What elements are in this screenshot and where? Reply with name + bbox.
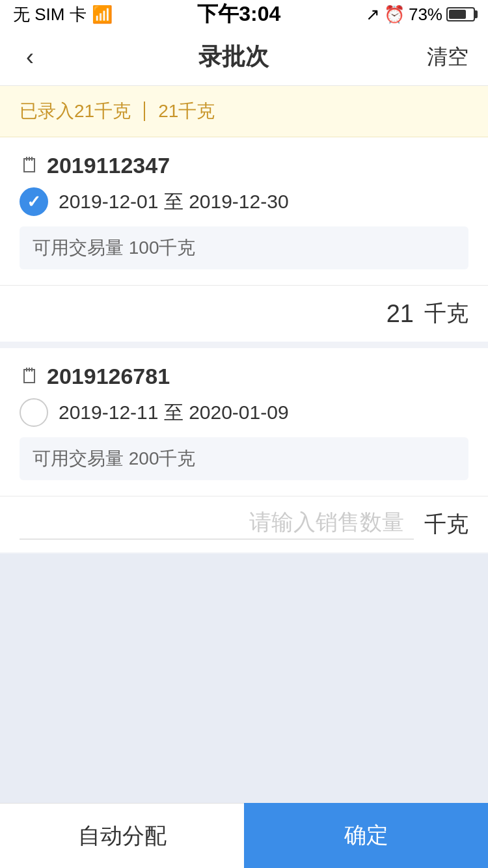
wifi-icon: 📶	[92, 5, 113, 25]
status-time: 下午3:04	[197, 0, 280, 29]
location-icon: ↗	[366, 5, 380, 25]
batch-1-number: 2019112347	[47, 153, 170, 178]
no-sim-label: 无 SIM 卡	[13, 3, 87, 26]
batch-2-date: 2019-12-11 至 2020-01-09	[59, 400, 289, 426]
content-area: 🗒 2019112347 2019-12-01 至 2019-12-30 可用交…	[0, 137, 488, 868]
already-entered-label: 已录入21千克	[20, 99, 131, 124]
batch-1-quantity-row: 21 千克	[0, 285, 488, 342]
batch-2-header: 🗒 2019126781	[20, 364, 468, 389]
batch-2-quantity-input[interactable]	[20, 509, 414, 539]
battery-percent: 73%	[409, 5, 442, 25]
summary-divider	[144, 102, 145, 121]
batch-2-radio[interactable]	[20, 398, 48, 427]
batch-1-date-row[interactable]: 2019-12-01 至 2019-12-30	[20, 187, 468, 216]
batch-card-2-content: 🗒 2019126781 2019-12-11 至 2020-01-09 可用交…	[0, 348, 488, 496]
auto-distribute-button[interactable]: 自动分配	[0, 803, 244, 868]
batch-card-1: 🗒 2019112347 2019-12-01 至 2019-12-30 可用交…	[0, 137, 488, 342]
battery-icon	[446, 7, 475, 21]
batch-1-header: 🗒 2019112347	[20, 153, 468, 178]
batch-2-icon: 🗒	[20, 364, 40, 388]
nav-bar: ‹ 录批次 清空	[0, 29, 488, 86]
alarm-icon: ⏰	[384, 5, 405, 25]
page-title: 录批次	[198, 41, 269, 73]
batch-1-date: 2019-12-01 至 2019-12-30	[59, 189, 289, 215]
batch-2-date-row[interactable]: 2019-12-11 至 2020-01-09	[20, 398, 468, 427]
batch-1-radio[interactable]	[20, 187, 48, 216]
batch-1-icon: 🗒	[20, 154, 40, 178]
empty-area	[0, 554, 488, 814]
batch-1-unit: 千克	[424, 299, 468, 329]
batch-1-quantity-value: 21	[386, 300, 414, 328]
batch-2-number: 2019126781	[47, 364, 170, 389]
clear-button[interactable]: 清空	[427, 43, 468, 72]
batch-2-quantity-input-row: 千克	[0, 496, 488, 552]
batch-card-1-content: 🗒 2019112347 2019-12-01 至 2019-12-30 可用交…	[0, 137, 488, 285]
confirm-button[interactable]: 确定	[244, 803, 488, 868]
batch-2-available: 可用交易量 200千克	[20, 437, 468, 480]
total-label: 21千克	[158, 99, 215, 124]
batch-2-unit: 千克	[424, 509, 468, 539]
bottom-bar: 自动分配 确定	[0, 803, 488, 868]
status-left: 无 SIM 卡 📶	[13, 3, 113, 26]
status-right: ↗ ⏰ 73%	[366, 5, 475, 25]
summary-bar: 已录入21千克 21千克	[0, 86, 488, 137]
batch-card-2: 🗒 2019126781 2019-12-11 至 2020-01-09 可用交…	[0, 348, 488, 552]
status-bar: 无 SIM 卡 📶 下午3:04 ↗ ⏰ 73%	[0, 0, 488, 29]
back-button[interactable]: ‹	[20, 37, 40, 77]
batch-1-available: 可用交易量 100千克	[20, 226, 468, 269]
